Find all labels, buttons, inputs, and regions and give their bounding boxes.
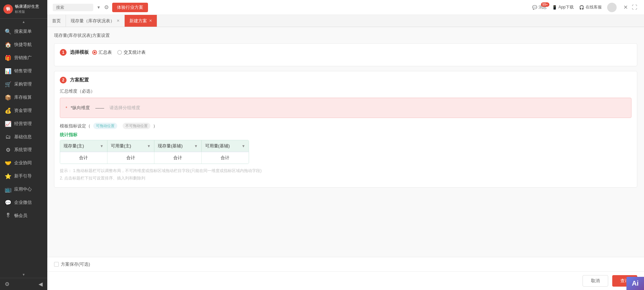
topbar-left: ▼ ⚙ 体验行业方案 bbox=[53, 3, 148, 12]
sidebar-item-appcenter[interactable]: 📺 应用中心 bbox=[0, 183, 47, 196]
handshake-icon: 🤝 bbox=[5, 160, 11, 166]
col-chevron-2[interactable]: ▼ bbox=[194, 144, 198, 148]
sidebar-item-basicinfo[interactable]: 🗂 基础信息 bbox=[0, 130, 47, 143]
sidebar-item-collab[interactable]: 🤝 企业协同 bbox=[0, 156, 47, 170]
topbar: ▼ ⚙ 体验行业方案 💬 消息 99+ 📱 App下载 🎧 在线客服 ✕ ⛶ bbox=[47, 0, 644, 15]
dim-placeholder: 请选择分组维度 bbox=[109, 105, 140, 111]
tab-new-scheme[interactable]: 新建方案 ✕ bbox=[125, 15, 157, 27]
ai-badge[interactable]: Ai bbox=[626, 277, 644, 290]
settings-bottom-icon[interactable]: ⚙ bbox=[5, 281, 9, 287]
footer-section: 方案保存(可选) bbox=[47, 257, 644, 271]
save-checkbox-label[interactable]: 方案保存(可选) bbox=[54, 261, 90, 267]
radio-crosstab[interactable]: 交叉统计表 bbox=[117, 49, 146, 55]
indicator-close: ） bbox=[153, 123, 157, 129]
col-chevron-1[interactable]: ▼ bbox=[147, 144, 151, 148]
dim-dash: —— bbox=[95, 105, 104, 111]
sidebar-logo: 畅 畅康通好生意 标准版 bbox=[0, 0, 47, 19]
logo-icon: 畅 bbox=[3, 4, 13, 14]
section-template: 1 选择模板 汇总表 交叉统计表 bbox=[54, 43, 637, 66]
message-badge: 99+ bbox=[541, 2, 549, 7]
sidebar-item-inventory[interactable]: 📦 库存核算 bbox=[0, 91, 47, 104]
tab-bar: 首页 现存量（库存状况表） ✕ 新建方案 ✕ bbox=[47, 15, 644, 27]
sidebar: 畅 畅康通好生意 标准版 ▲ 🔍 搜索菜单 🏠 快捷导航 🎁 营销推广 📊 销售… bbox=[0, 0, 47, 290]
tag-fixed: 不可拖动位置 bbox=[123, 123, 150, 129]
radio-summary-circle bbox=[92, 50, 97, 55]
col-header-1[interactable]: 可用量(主) ▼ bbox=[107, 140, 155, 152]
section1-header: 1 选择模板 汇总表 交叉统计表 bbox=[60, 49, 631, 56]
content-area: 现存量(库存状况表)方案设置 1 选择模板 汇总表 交叉统计表 bbox=[47, 27, 644, 257]
search-input[interactable] bbox=[53, 4, 93, 11]
radio-crosstab-circle bbox=[117, 50, 122, 55]
vertical-dim-label: *纵向维度 bbox=[71, 105, 90, 111]
sidebar-item-search[interactable]: 🔍 搜索菜单 bbox=[0, 25, 47, 38]
sidebar-item-member[interactable]: 🎖 畅会员 bbox=[0, 209, 47, 222]
section1-num: 1 bbox=[60, 49, 67, 56]
tips-area: 提示： 1.拖动标题栏可以调整布局，不可跨维度或指标区域拖动栏目字段(只能在同一… bbox=[60, 167, 631, 182]
tab-inventory[interactable]: 现存量（库存状况表） ✕ bbox=[66, 15, 125, 27]
star-icon: ⭐ bbox=[5, 173, 11, 179]
stats-table-header: 现存量(主) ▼ 可用量(主) ▼ 现存量(基辅) ▼ 可用量(基辅) bbox=[60, 140, 249, 152]
sidebar-item-wechat[interactable]: 💬 企业微信 bbox=[0, 196, 47, 209]
sidebar-bottom: ⚙ ◀ bbox=[0, 278, 47, 290]
tab-new-scheme-close[interactable]: ✕ bbox=[149, 19, 152, 23]
app-download-btn[interactable]: 📱 App下载 bbox=[552, 4, 574, 10]
sidebar-item-system[interactable]: ⚙ 系统管理 bbox=[0, 143, 47, 156]
indicator-settings: 模板指标设定（ 可拖动位置 不可拖动位置 ） 统计指标 现存量(主) ▼ 可 bbox=[60, 123, 631, 164]
stats-label: 统计指标 bbox=[60, 132, 631, 138]
col-chevron-3[interactable]: ▼ bbox=[242, 144, 245, 148]
sidebar-item-marketing[interactable]: 🎁 营销推广 bbox=[0, 51, 47, 65]
sidebar-item-quicknav[interactable]: 🏠 快捷导航 bbox=[0, 38, 47, 51]
topbar-right: 💬 消息 99+ 📱 App下载 🎧 在线客服 ✕ ⛶ bbox=[532, 3, 639, 12]
tv-icon: 📺 bbox=[5, 186, 11, 193]
collapse-icon[interactable]: ◀ bbox=[39, 281, 43, 287]
save-checkbox[interactable] bbox=[54, 262, 59, 267]
topbar-gear-icon[interactable]: ⚙ bbox=[104, 4, 109, 10]
message-icon: 💬 bbox=[532, 5, 537, 10]
sidebar-item-operations[interactable]: 📈 经营管理 bbox=[0, 117, 47, 130]
tips-title: 提示： 1.拖动标题栏可以调整布局，不可跨维度或指标区域拖动栏目字段(只能在同一… bbox=[60, 167, 631, 175]
sidebar-item-sales[interactable]: 📊 销售管理 bbox=[0, 65, 47, 78]
sidebar-item-purchase[interactable]: 🛒 采购管理 bbox=[0, 78, 47, 91]
action-bar: 取消 查询 bbox=[47, 271, 644, 290]
message-btn[interactable]: 💬 消息 99+ bbox=[532, 4, 547, 10]
money-icon: 💰 bbox=[5, 107, 11, 114]
online-service-btn[interactable]: 🎧 在线客服 bbox=[579, 4, 602, 10]
section-config: 2 方案配置 汇总维度（必选） * *纵向维度 —— 请选择分组维度 模板指标设… bbox=[54, 71, 637, 188]
section1-title: 选择模板 bbox=[70, 49, 89, 55]
headset-icon: 🎧 bbox=[579, 5, 584, 10]
tab-inventory-close[interactable]: ✕ bbox=[117, 19, 120, 23]
expand-btn[interactable]: ⛶ bbox=[630, 4, 639, 11]
col-cell-2: 合计 bbox=[154, 152, 202, 164]
tab-home[interactable]: 首页 bbox=[47, 15, 66, 27]
col-cell-1: 合计 bbox=[107, 152, 155, 164]
industry-btn[interactable]: 体验行业方案 bbox=[112, 3, 148, 12]
section2-num: 2 bbox=[60, 77, 67, 83]
dropdown-icon[interactable]: ▼ bbox=[97, 5, 101, 10]
sidebar-item-guide[interactable]: ⭐ 新手引导 bbox=[0, 170, 47, 183]
sidebar-scroll-down[interactable]: ▼ bbox=[0, 271, 47, 278]
col-cell-0: 合计 bbox=[60, 152, 107, 164]
sidebar-scroll-up[interactable]: ▲ bbox=[0, 19, 47, 25]
sidebar-nav: 🔍 搜索菜单 🏠 快捷导航 🎁 营销推广 📊 销售管理 🛒 采购管理 📦 库存核… bbox=[0, 25, 47, 271]
indicator-label: 模板指标设定（ 可拖动位置 不可拖动位置 ） bbox=[60, 123, 631, 129]
stats-table: 现存量(主) ▼ 可用量(主) ▼ 现存量(基辅) ▼ 可用量(基辅) bbox=[60, 140, 249, 164]
home-icon: 🏠 bbox=[5, 42, 11, 48]
col-chevron-0[interactable]: ▼ bbox=[100, 144, 104, 148]
radio-summary[interactable]: 汇总表 bbox=[92, 49, 112, 55]
col-cell-3: 合计 bbox=[202, 152, 249, 164]
main-area: ▼ ⚙ 体验行业方案 💬 消息 99+ 📱 App下载 🎧 在线客服 ✕ ⛶ bbox=[47, 0, 644, 290]
col-header-2[interactable]: 现存量(基辅) ▼ bbox=[154, 140, 202, 152]
col-header-0[interactable]: 现存量(主) ▼ bbox=[60, 140, 107, 152]
gift-icon: 🎁 bbox=[5, 55, 11, 61]
dimension-box[interactable]: * *纵向维度 —— 请选择分组维度 bbox=[60, 98, 631, 118]
user-avatar[interactable] bbox=[607, 3, 617, 12]
cart-icon: 🛒 bbox=[5, 81, 11, 88]
tips-item-2: 2. 点击标题栏下拉可设置排序、插入列和删除列 bbox=[60, 175, 631, 182]
sidebar-item-finance[interactable]: 💰 资金管理 bbox=[0, 104, 47, 117]
close-btn[interactable]: ✕ bbox=[622, 3, 629, 11]
cancel-button[interactable]: 取消 bbox=[583, 275, 608, 287]
wechat-icon: 💬 bbox=[5, 199, 11, 206]
logo-text: 畅康通好生意 标准版 bbox=[15, 4, 39, 14]
search-icon: 🔍 bbox=[5, 28, 11, 35]
col-header-3[interactable]: 可用量(基辅) ▼ bbox=[202, 140, 249, 152]
